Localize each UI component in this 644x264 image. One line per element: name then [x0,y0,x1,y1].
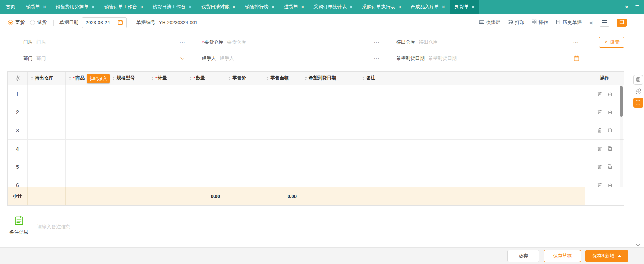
delete-row-icon[interactable] [597,109,602,115]
cell-spec[interactable] [109,85,148,103]
chevron-down-icon[interactable] [180,55,184,59]
tab-close-icon[interactable]: × [91,4,94,9]
delete-row-icon[interactable] [597,182,602,187]
sort-icon[interactable] [305,77,307,80]
cell-quantity[interactable] [186,103,225,121]
cell-retail-amount[interactable] [263,85,301,103]
cell-product[interactable] [66,140,109,158]
attachment-icon[interactable] [635,88,641,94]
shortcut-keys-button[interactable]: 快捷键 [479,19,500,26]
cell-product[interactable] [66,103,109,121]
cell-spec[interactable] [109,140,148,158]
sort-icon[interactable] [190,77,192,80]
column-header-outbound-warehouse[interactable]: 待出仓库 [28,72,66,85]
cell-retail-amount[interactable] [263,140,301,158]
cell-retail-amount[interactable] [263,176,301,187]
cell-expected-date[interactable] [301,85,359,103]
department-input[interactable] [36,55,179,61]
sort-icon[interactable] [69,77,71,80]
delete-row-icon[interactable] [597,91,602,97]
collapse-left-icon[interactable]: ◀ [589,20,592,25]
cell-expected-date[interactable] [301,140,359,158]
cell-remark[interactable] [359,158,585,176]
radio-request[interactable]: 要货 [8,19,25,26]
tab-close-icon[interactable]: × [140,4,143,9]
cell-expected-date[interactable] [301,158,359,176]
table-scrollbar[interactable] [620,85,623,187]
tab-close-icon[interactable]: × [301,4,304,9]
delete-row-icon[interactable] [597,164,602,170]
column-header-retail-amount[interactable]: 零售金额 [263,72,301,85]
scroll-down-icon[interactable] [632,242,644,246]
sort-icon[interactable] [151,77,153,80]
cell-expected-date[interactable] [301,176,359,187]
cell-product[interactable] [66,121,109,139]
grid-view-button[interactable] [617,19,627,27]
cell-spec[interactable] [109,103,148,121]
cell-product[interactable] [66,85,109,103]
copy-row-icon[interactable] [607,109,612,115]
outbound-warehouse-input[interactable] [419,39,570,45]
cell-retail-price[interactable] [225,103,263,121]
cell-remark[interactable] [359,121,585,139]
more-icon[interactable]: ⋯ [572,39,579,45]
handler-input[interactable] [220,55,371,61]
column-header-spec[interactable]: 规格型号 [109,72,148,85]
tab[interactable]: 要货单 × [450,0,479,14]
tab-close-icon[interactable]: × [43,4,46,9]
cell-retail-price[interactable] [225,176,263,187]
cell-unit[interactable] [148,158,186,176]
scrollbar-thumb[interactable] [620,86,623,117]
tab[interactable]: 进货单 × [279,0,309,14]
cell-outbound-warehouse[interactable] [28,121,66,139]
tab[interactable]: 采购订单统计表 × [309,0,357,14]
tab-close-icon[interactable]: × [350,4,352,9]
list-view-button[interactable] [600,19,609,27]
tab-close-icon[interactable]: × [272,4,274,9]
column-header-settings[interactable] [8,72,28,85]
more-icon[interactable]: ⋯ [179,39,186,45]
chevron-up-icon[interactable] [618,255,621,257]
cell-outbound-warehouse[interactable] [28,140,66,158]
cell-expected-date[interactable] [301,121,359,139]
print-button[interactable]: 打印 [508,19,524,26]
calendar-icon[interactable] [574,55,579,61]
cell-remark[interactable] [359,140,585,158]
cell-outbound-warehouse[interactable] [28,103,66,121]
tab[interactable]: 销售费用分摊单 × [51,0,99,14]
tab-close-icon[interactable]: × [442,4,445,9]
cell-remark[interactable] [359,103,585,121]
sort-icon[interactable] [362,77,364,80]
cell-quantity[interactable] [186,121,225,139]
sort-icon[interactable] [113,77,115,80]
request-warehouse-input[interactable] [227,39,371,45]
tab[interactable]: 销售订单工作台 × [99,0,148,14]
more-icon[interactable]: ⋯ [373,55,380,61]
cell-expected-date[interactable] [301,103,359,121]
cell-unit[interactable] [148,103,186,121]
tab-close-icon[interactable]: × [398,4,401,9]
cell-spec[interactable] [109,158,148,176]
cell-retail-amount[interactable] [263,121,301,139]
copy-row-icon[interactable] [607,164,612,170]
tab-close-icon[interactable]: × [189,4,192,9]
copy-row-icon[interactable] [607,182,612,187]
expected-date-input[interactable] [428,55,571,61]
column-header-unit[interactable]: * 计量... [148,72,186,85]
copy-row-icon[interactable] [607,91,612,97]
cell-retail-price[interactable] [225,85,263,103]
more-icon[interactable]: ⋯ [373,39,380,45]
cell-spec[interactable] [109,176,148,187]
cell-quantity[interactable] [186,158,225,176]
column-header-quantity[interactable]: * 数量 [186,72,225,85]
remark-input[interactable] [37,224,587,229]
sort-icon[interactable] [266,77,269,80]
radio-return[interactable]: 退货 [30,19,47,26]
tab[interactable]: 钱货日清工作台 × [148,0,196,14]
sort-icon[interactable] [31,77,33,80]
cell-spec[interactable] [109,121,148,139]
column-header-expected-date[interactable]: 希望到货日期 [301,72,359,85]
cell-retail-amount[interactable] [263,158,301,176]
column-header-remark[interactable]: 备注 [359,72,585,85]
tab[interactable]: 钱货日清对账 × [196,0,240,14]
